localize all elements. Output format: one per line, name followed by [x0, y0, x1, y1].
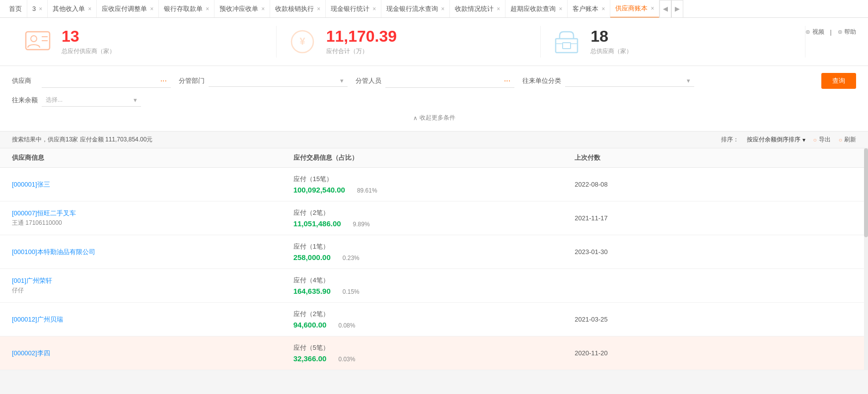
pay-amount[interactable]: 164,635.90	[293, 287, 331, 295]
supplier-dots-icon[interactable]: ···	[160, 76, 167, 85]
balance-select[interactable]: 选择... ▾	[42, 94, 141, 107]
table-row: [000002]李四 应付（5笔） 32,366.00 0.03% 2020-1…	[0, 336, 868, 370]
nav-tab-overdue[interactable]: 超期应收款查询 ×	[506, 0, 568, 18]
svg-text:¥: ¥	[299, 36, 305, 47]
scrollbar-thumb[interactable]	[864, 148, 868, 237]
pay-percent: 0.15%	[343, 288, 360, 295]
nav-tab-collection-stats[interactable]: 收款情况统计 ×	[450, 0, 506, 18]
nav-tab-cash-bank-stats[interactable]: 现金银行统计 ×	[326, 0, 381, 18]
pay-info-cell: 应付（15笔） 100,092,540.00 89.61%	[293, 175, 575, 194]
col-pay-info: 应付交易信息（占比）	[293, 153, 575, 162]
person-input[interactable]: ···	[385, 74, 514, 88]
close-icon[interactable]: ×	[39, 5, 42, 12]
chevron-down-icon: ▾	[687, 77, 690, 84]
supplier-info-cell: [000012]广州贝瑞	[12, 315, 293, 324]
pay-count: 应付（4笔）	[293, 276, 575, 285]
category-select[interactable]: ▾	[565, 75, 694, 87]
supplier-link[interactable]: [001]广州荣轩	[12, 276, 293, 285]
help-link[interactable]: ⊙ 帮助	[838, 28, 856, 36]
close-icon[interactable]: ×	[651, 5, 654, 12]
nav-tab-ar-ap-adjust[interactable]: 应收应付调整单 ×	[97, 0, 159, 18]
close-icon[interactable]: ×	[497, 5, 500, 12]
nav-tab-prepaid[interactable]: 预收冲应收单 ×	[215, 0, 270, 18]
person-label: 分管人员	[356, 76, 381, 85]
table-row: [000007]恒旺二手叉车 王通 17106110000 应付（2笔） 11,…	[0, 201, 868, 235]
filter-balance: 往来余额 选择... ▾	[12, 94, 141, 107]
chevron-down-icon: ▾	[340, 77, 344, 84]
divider: |	[830, 29, 832, 36]
filter-row-1: 供应商 ··· 分管部门 ▾ 分管人员 ··· 往来单位分类	[12, 73, 856, 89]
filter-person: 分管人员 ···	[356, 74, 514, 88]
video-link[interactable]: ⊙ 视频	[805, 28, 824, 36]
chevron-down-icon: ▾	[134, 96, 137, 104]
table-row: [001]广州荣轩 仔仔 应付（4笔） 164,635.90 0.15%	[0, 269, 868, 303]
supplier-input[interactable]: ···	[42, 74, 171, 88]
chevron-down-icon: ▾	[802, 136, 805, 143]
pay-count: 应付（1笔）	[293, 242, 575, 251]
pay-amount[interactable]: 258,000.00	[293, 253, 331, 262]
sort-select[interactable]: 按应付余额倒序排序 ▾	[747, 135, 805, 144]
pay-percent: 0.23%	[343, 255, 360, 262]
department-label: 分管部门	[179, 76, 205, 85]
close-icon[interactable]: ×	[317, 5, 320, 12]
supplier-link[interactable]: [000007]恒旺二手叉车	[12, 209, 293, 218]
pay-amount[interactable]: 32,366.00	[293, 354, 327, 363]
nav-tab-collection[interactable]: 收款核销执行 ×	[270, 0, 326, 18]
data-table: 供应商信息 应付交易信息（占比） 上次付数 [000001]张三 应付（15笔）…	[0, 148, 868, 370]
total-payable-number: 11,170.39	[326, 28, 397, 45]
nav-tab-other-income[interactable]: 其他收入单 ×	[48, 0, 97, 18]
nav-tab-supplier-book[interactable]: 供应商账本 ×	[610, 0, 659, 18]
payable-supplier-label: 总应付供应商（家）	[62, 47, 115, 56]
total-payable-icon: ¥	[287, 26, 318, 58]
close-icon[interactable]: ×	[261, 5, 265, 12]
nav-tab-3[interactable]: 3 ×	[27, 0, 48, 18]
close-icon[interactable]: ×	[206, 5, 209, 12]
last-pay-cell: 2020-11-20	[575, 349, 856, 357]
pay-amount[interactable]: 11,051,486.00	[293, 219, 341, 228]
last-pay-cell: 2022-08-08	[575, 181, 856, 188]
collapse-button[interactable]: ∧ 收起更多条件	[12, 112, 856, 124]
col-supplier-info: 供应商信息	[12, 153, 293, 162]
close-icon[interactable]: ×	[372, 5, 376, 12]
nav-prev-arrow[interactable]: ◀	[659, 0, 671, 18]
results-text: 搜索结果中，供应商13家 应付金额 111,703,854.00元	[12, 135, 152, 144]
refresh-button[interactable]: ○ 刷新	[839, 135, 856, 144]
vertical-scrollbar[interactable]	[864, 148, 868, 370]
supplier-link[interactable]: [000100]本特勤油品有限公司	[12, 248, 293, 257]
total-payable-label: 应付合计（万）	[326, 47, 397, 56]
last-pay-date: 2022-08-08	[575, 181, 608, 188]
table-row: [000100]本特勤油品有限公司 应付（1笔） 258,000.00 0.23…	[0, 235, 868, 269]
filter-supplier: 供应商 ···	[12, 74, 171, 88]
nav-tab-cash-bank-flow[interactable]: 现金银行流水查询 ×	[381, 0, 450, 18]
summary-section: 13 总应付供应商（家） ¥ 11,170.39 应付合计（万）	[0, 18, 868, 66]
close-icon[interactable]: ×	[88, 5, 91, 12]
department-select[interactable]: ▾	[209, 75, 348, 87]
pay-amount[interactable]: 94,600.00	[293, 321, 327, 329]
sort-label: 排序：	[721, 135, 739, 144]
top-nav: 首页 3 × 其他收入单 × 应收应付调整单 × 银行存取款单 × 预收冲应收单…	[0, 0, 868, 18]
supplier-link[interactable]: [000002]李四	[12, 349, 293, 358]
close-icon[interactable]: ×	[601, 5, 605, 12]
close-icon[interactable]: ×	[559, 5, 562, 12]
filter-category: 往来单位分类 ▾	[522, 75, 694, 87]
filter-section: 供应商 ··· 分管部门 ▾ 分管人员 ··· 往来单位分类	[0, 66, 868, 131]
nav-tab-bank-deposit[interactable]: 银行存取款单 ×	[159, 0, 215, 18]
supplier-link[interactable]: [000001]张三	[12, 180, 293, 189]
table-row: [000012]广州贝瑞 应付（2笔） 94,600.00 0.08% 2021…	[0, 303, 868, 336]
supplier-link[interactable]: [000012]广州贝瑞	[12, 315, 293, 324]
nav-next-arrow[interactable]: ▶	[671, 0, 683, 18]
pay-amount[interactable]: 100,092,540.00	[293, 186, 345, 194]
person-dots-icon[interactable]: ···	[504, 76, 510, 85]
pay-percent: 89.61%	[357, 187, 377, 194]
nav-tab-customer-book[interactable]: 客户账本 ×	[568, 0, 610, 18]
supplier-label: 供应商	[12, 76, 38, 85]
export-button[interactable]: ○ 导出	[813, 135, 831, 144]
supplier-sub: 王通 17106110000	[12, 219, 293, 227]
nav-tab-home[interactable]: 首页	[4, 0, 27, 18]
svg-rect-6	[556, 39, 578, 53]
results-actions: 排序： 按应付余额倒序排序 ▾ ○ 导出 ○ 刷新	[721, 135, 857, 144]
pay-info-cell: 应付（4笔） 164,635.90 0.15%	[293, 276, 575, 295]
search-button[interactable]: 查询	[821, 73, 856, 89]
close-icon[interactable]: ×	[441, 5, 444, 12]
close-icon[interactable]: ×	[150, 5, 153, 12]
